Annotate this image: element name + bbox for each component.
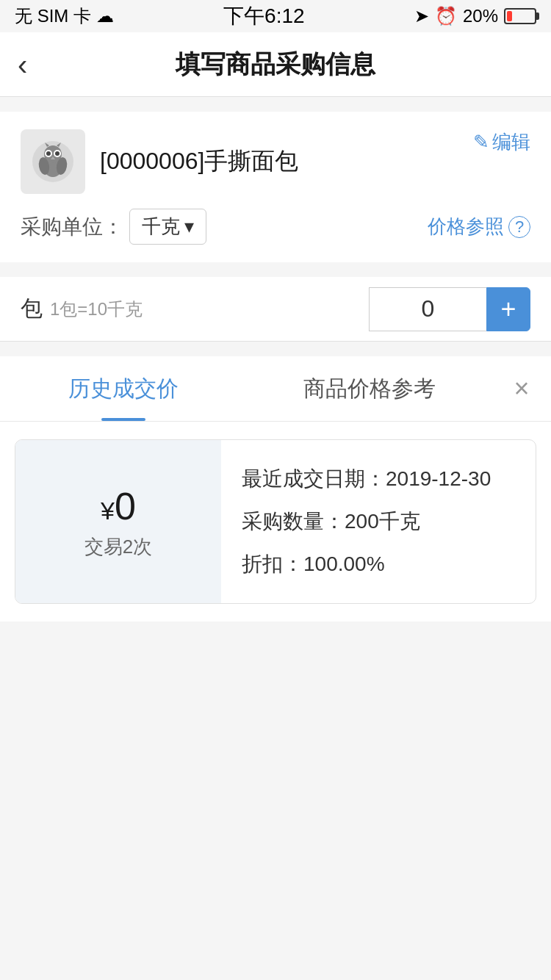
trade-count: 交易2次 [84,534,152,560]
date-value: 2019-12-30 [386,467,491,490]
price-reference-button[interactable]: 价格参照 ? [428,214,530,239]
quantity-row: 包 1包=10千克 + [0,277,551,342]
product-image [21,129,85,194]
svg-point-6 [55,151,60,156]
product-card: [0000006]手撕面包 ✎ 编辑 采购单位： 千克 ▾ 价格参照 ? [0,112,551,262]
qty-label: 采购数量： [242,510,345,533]
owl-logo [31,140,75,184]
tabs-container: 历史成交价 商品价格参考 × ¥0 交易2次 最近成交日期：2019-12-30… [0,356,551,621]
quantity-plus-button[interactable]: + [486,287,530,331]
detail-discount: 折扣：100.00% [242,549,515,580]
status-bar: 无 SIM 卡 ☁ 下午6:12 ➤ ⏰ 20% [0,0,551,32]
detail-quantity: 采购数量：200千克 [242,506,515,537]
battery-indicator [504,8,536,24]
quantity-unit: 包 [21,294,43,324]
status-bar-time: 下午6:12 [223,2,305,30]
unit-label: 采购单位： [21,213,123,241]
tabs-close-button[interactable]: × [492,356,551,421]
status-bar-right: ➤ ⏰ 20% [414,6,536,26]
battery-percent: 20% [463,6,498,26]
alarm-icon: ⏰ [435,6,457,26]
sim-status: 无 SIM 卡 ☁ [15,4,114,28]
quantity-hint: 1包=10千克 [50,298,143,321]
price-summary: ¥0 交易2次 [15,440,221,603]
price-details: 最近成交日期：2019-12-30 采购数量：200千克 折扣：100.00% [221,440,536,603]
bottom-space [0,621,551,980]
price-display: ¥0 [101,484,136,528]
unit-value: 千克 [142,214,180,239]
edit-icon: ✎ [473,131,489,154]
date-label: 最近成交日期： [242,467,386,490]
product-name: [0000006]手撕面包 [100,145,298,178]
price-ref-label: 价格参照 [428,214,504,239]
help-icon: ? [508,216,530,238]
tab-history-price[interactable]: 历史成交价 [0,356,246,421]
price-amount: 0 [115,485,136,527]
tab-price-reference[interactable]: 商品价格参考 [246,356,492,421]
edit-button[interactable]: ✎ 编辑 [473,129,530,155]
svg-point-5 [46,151,51,156]
nav-bar: ‹ 填写商品采购信息 [0,32,551,97]
quantity-label: 包 1包=10千克 [21,294,143,324]
quantity-input[interactable] [369,287,486,331]
tabs-header: 历史成交价 商品价格参考 × [0,356,551,422]
discount-value: 100.00% [303,552,385,575]
detail-date: 最近成交日期：2019-12-30 [242,464,515,494]
quantity-control: + [369,287,530,331]
tab-content-history: ¥0 交易2次 最近成交日期：2019-12-30 采购数量：200千克 折扣：… [0,422,551,621]
page-title: 填写商品采购信息 [176,48,375,82]
location-icon: ➤ [414,6,429,26]
discount-label: 折扣： [242,552,303,575]
dropdown-icon: ▾ [184,215,194,238]
currency-symbol: ¥ [101,497,115,525]
qty-value: 200千克 [345,510,420,533]
unit-selector: 采购单位： 千克 ▾ [21,209,206,245]
unit-dropdown[interactable]: 千克 ▾ [129,209,206,245]
back-button[interactable]: ‹ [18,50,27,79]
history-price-card: ¥0 交易2次 最近成交日期：2019-12-30 采购数量：200千克 折扣：… [15,439,536,604]
product-info: [0000006]手撕面包 [21,129,298,194]
status-bar-left: 无 SIM 卡 ☁ [15,4,114,28]
